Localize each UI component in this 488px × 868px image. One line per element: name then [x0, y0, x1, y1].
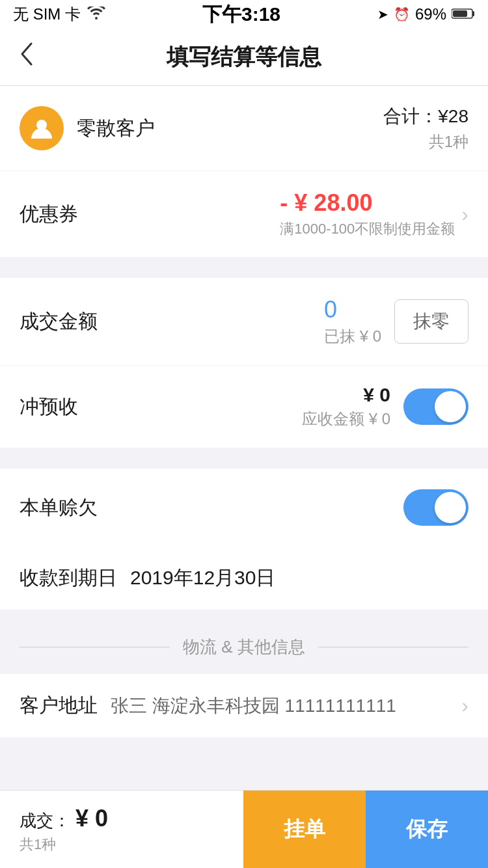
customer-section: 零散客户 合计：¥28 共1种 优惠券 - ¥ 28.00 满1000-100不…	[0, 86, 488, 257]
debt-label: 本单赊欠	[20, 495, 98, 521]
transaction-right: 0 已抹 ¥ 0 抹零	[324, 296, 468, 347]
transaction-label: 成交金额	[20, 308, 98, 335]
hold-button[interactable]: 挂单	[243, 791, 366, 868]
coupon-desc: 满1000-100不限制使用金额	[280, 219, 455, 239]
coupon-row[interactable]: 优惠券 - ¥ 28.00 满1000-100不限制使用金额 ›	[0, 170, 488, 257]
divider-line-right	[318, 647, 468, 647]
address-row[interactable]: 客户地址 张三 海淀永丰科技园 11111111111 ›	[0, 674, 488, 737]
address-value: 张三 海淀永丰科技园 11111111111	[111, 694, 461, 718]
bottom-label: 成交：	[20, 809, 70, 832]
customer-name: 零散客户	[77, 115, 155, 142]
address-section: 客户地址 张三 海淀永丰科技园 11111111111 ›	[0, 674, 488, 737]
customer-row: 零散客户 合计：¥28 共1种	[0, 86, 488, 170]
sim-text: 无 SIM 卡	[13, 4, 81, 25]
battery-icon	[452, 5, 475, 23]
avatar	[20, 106, 64, 150]
logistics-label: 物流 & 其他信息	[183, 636, 305, 658]
separator-1	[0, 267, 488, 278]
save-button[interactable]: 保存	[366, 791, 488, 868]
battery-level: 69%	[415, 5, 446, 23]
transaction-row: 成交金额 0 已抹 ¥ 0 抹零	[0, 278, 488, 366]
wifi-icon	[87, 5, 105, 23]
total-label: 合计：¥28	[383, 104, 468, 129]
debt-row: 本单赊欠	[0, 468, 488, 547]
bottom-amount: ¥ 0	[75, 805, 108, 832]
alarm-icon: ⏰	[394, 7, 410, 22]
chevron-right-icon: ›	[461, 202, 468, 226]
page-title: 填写结算等信息	[167, 42, 321, 72]
svg-rect-1	[472, 11, 474, 16]
debt-toggle[interactable]	[403, 489, 468, 526]
separator-2	[0, 458, 488, 468]
transaction-section: 成交金额 0 已抹 ¥ 0 抹零 冲预收 ¥ 0 应收金额 ¥ 0	[0, 278, 488, 448]
bottom-summary-top: 成交： ¥ 0	[20, 805, 224, 832]
address-label: 客户地址	[20, 692, 98, 719]
pre-collect-amount: ¥ 0 应收金额 ¥ 0	[302, 384, 390, 429]
divider-line-left	[20, 647, 170, 647]
bottom-summary: 成交： ¥ 0 共1种	[0, 791, 243, 868]
pre-collect-row: 冲预收 ¥ 0 应收金额 ¥ 0	[0, 366, 488, 448]
total-sub: 共1种	[383, 131, 468, 152]
transaction-value[interactable]: 0	[324, 296, 381, 323]
coupon-amount: - ¥ 28.00	[280, 189, 455, 217]
status-right: ➤ ⏰ 69%	[377, 5, 475, 23]
transaction-sub: 已抹 ¥ 0	[324, 326, 381, 347]
logistics-divider: 物流 & 其他信息	[0, 620, 488, 674]
pre-collect-toggle[interactable]	[403, 388, 468, 425]
status-left: 无 SIM 卡	[13, 4, 105, 25]
due-date-value[interactable]: 2019年12月30日	[130, 565, 275, 591]
nav-bar: 填写结算等信息	[0, 29, 488, 86]
back-button[interactable]	[18, 41, 34, 73]
pre-collect-sub: 应收金额 ¥ 0	[302, 409, 390, 429]
status-time: 下午3:18	[202, 1, 280, 28]
pre-collect-main: ¥ 0	[302, 384, 390, 406]
pre-collect-label: 冲预收	[20, 394, 78, 420]
milling-button[interactable]: 抹零	[394, 299, 468, 344]
due-date-row: 收款到期日 2019年12月30日	[0, 547, 488, 610]
bottom-bar: 成交： ¥ 0 共1种 挂单 保存	[0, 790, 488, 868]
customer-right: 合计：¥28 共1种	[383, 104, 468, 152]
pre-collect-right: ¥ 0 应收金额 ¥ 0	[302, 384, 468, 429]
svg-rect-2	[453, 10, 467, 17]
coupon-right: - ¥ 28.00 满1000-100不限制使用金额 ›	[280, 189, 468, 239]
coupon-label: 优惠券	[20, 201, 78, 228]
customer-left: 零散客户	[20, 106, 155, 150]
bottom-count: 共1种	[20, 835, 224, 854]
location-icon: ➤	[377, 7, 388, 22]
due-date-label: 收款到期日	[20, 565, 117, 591]
debt-section: 本单赊欠 收款到期日 2019年12月30日	[0, 468, 488, 610]
address-chevron-icon: ›	[461, 694, 468, 718]
status-bar: 无 SIM 卡 下午3:18 ➤ ⏰ 69%	[0, 0, 488, 29]
